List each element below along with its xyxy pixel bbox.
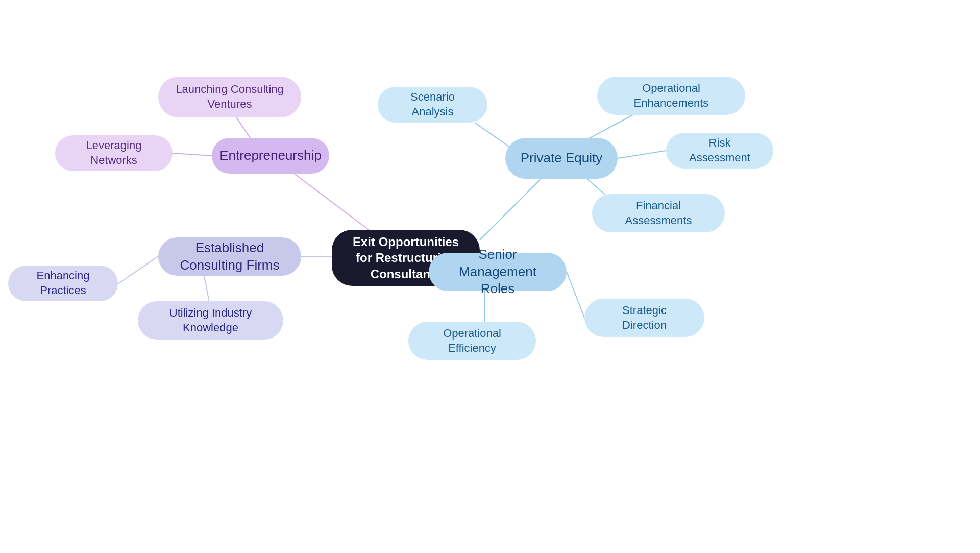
strategic-direction-node: Strategic Direction — [584, 299, 704, 337]
scenario-analysis-node: Scenario Analysis — [378, 87, 487, 123]
svg-line-4 — [118, 256, 158, 284]
svg-line-6 — [480, 176, 544, 240]
svg-line-9 — [618, 151, 666, 158]
utilizing-node: Utilizing Industry Knowledge — [138, 301, 283, 340]
entrepreneurship-node: Entrepreneurship — [212, 138, 329, 174]
svg-line-2 — [173, 153, 212, 156]
operational-enhancements-node: Operational Enhancements — [597, 77, 745, 115]
private-equity-node: Private Equity — [505, 138, 618, 179]
senior-management-node: Senior Management Roles — [429, 253, 567, 291]
leveraging-node: Leveraging Networks — [55, 135, 173, 171]
financial-assessments-node: Financial Assessments — [592, 194, 725, 232]
launching-node: Launching Consulting Ventures — [158, 77, 301, 117]
svg-line-1 — [235, 115, 250, 138]
operational-efficiency-node: Operational Efficiency — [408, 322, 536, 360]
established-node: Established Consulting Firms — [158, 237, 301, 276]
enhancing-node: Enhancing Practices — [8, 266, 118, 301]
svg-line-5 — [204, 276, 209, 302]
svg-line-13 — [567, 272, 584, 318]
risk-assessment-node: Risk Assessment — [666, 133, 773, 169]
